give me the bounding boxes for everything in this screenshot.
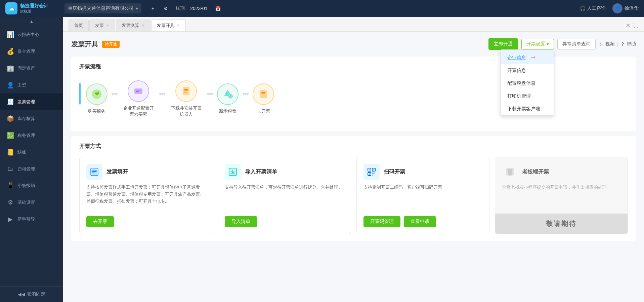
svg-rect-35 — [508, 169, 512, 175]
tab-fapiao-kaiju-close[interactable]: × — [176, 23, 180, 29]
headset-icon: 🎧 — [580, 6, 586, 11]
xiaochang-icon: 📱 — [7, 182, 14, 189]
sidebar-cancel-fix[interactable]: ◀◀ 取消固定 — [0, 287, 63, 302]
logo-sub: 旗舰版 — [20, 9, 48, 14]
exception-button[interactable]: 异常清单查询 — [557, 39, 596, 49]
fill-icon — [86, 164, 102, 180]
dropdown-item-dayinji[interactable]: 打印机管理 — [501, 90, 554, 103]
svg-rect-24 — [230, 174, 235, 174]
flow-step-open: 去开票 — [253, 83, 274, 114]
sidebar-item-yunbao[interactable]: 📊 云报表中心 — [0, 26, 63, 43]
sidebar-item-zijin[interactable]: 💰 资金管理 — [0, 43, 63, 60]
user-info[interactable]: 👤 徐泽华 — [612, 3, 639, 13]
method-card-boss: 老板端开票 查看老板端小程序提交的开票申请，并作出相应的处理 敬请期待 — [495, 157, 628, 234]
flow-step-open-label: 去开票 — [257, 108, 270, 114]
fill-title: 发票填开 — [106, 168, 128, 176]
flow-step-download-label: 下载并安装开票机器人 — [169, 105, 203, 117]
flow-connector-3 — [203, 93, 217, 95]
shuiwu-icon: 💹 — [7, 132, 14, 139]
settings-chevron-icon: ▾ — [547, 41, 549, 47]
tab-fapiao[interactable]: 发票 × — [89, 20, 115, 31]
flow-step-buy-icon: ❤+ — [86, 83, 108, 105]
sidebar-item-xiaochang[interactable]: 📱 小畅报销 — [0, 177, 63, 194]
sidebar-item-gudingzichan[interactable]: 🏢 固定资产 — [0, 60, 63, 77]
svg-rect-16 — [261, 93, 265, 94]
sidebar-scroll-up[interactable]: ▲ — [0, 17, 63, 26]
jichushezhi-icon: ⚙ — [7, 199, 14, 206]
dropdown-item-xiazai[interactable]: 下载开票客户端 — [501, 103, 554, 115]
scan-title: 扫码开票 — [384, 168, 405, 176]
boss-overlay: 敬请期待 — [495, 214, 628, 234]
sidebar-item-shuiwu[interactable]: 💹 税务管理 — [0, 127, 63, 144]
sidebar-item-kucun-label: 库存核算 — [17, 116, 35, 122]
sidebar-item-gongzi-label: 工资 — [17, 82, 26, 88]
method-card-boss-header: 老板端开票 — [502, 164, 621, 180]
settings-button[interactable]: 开票设置 ▾ — [521, 39, 554, 49]
settings-dropdown-wrapper: 开票设置 ▾ 企业信息 → 开票信息 — [521, 39, 554, 49]
flow-step-tax-label: 新增税盘 — [219, 108, 237, 114]
svg-rect-8 — [184, 90, 188, 91]
boss-desc: 查看老板端小程序提交的开票申请，并作出相应的处理 — [502, 184, 621, 211]
tab-fapiao-cesuan-close[interactable]: × — [141, 23, 145, 29]
fapiao-icon: 🧾 — [7, 98, 14, 106]
sidebar-item-fapiao[interactable]: 🧾 发票管理 — [0, 93, 63, 110]
support-button[interactable]: 🎧 人工咨询 — [580, 5, 606, 11]
kucun-icon: 📦 — [7, 115, 14, 122]
flow-connector-4 — [239, 93, 253, 95]
tab-home[interactable]: 首页 — [69, 20, 89, 31]
tab-fapiao-cesuan[interactable]: 发票测算 × — [116, 20, 151, 31]
dropdown-item-kaipiao[interactable]: 开票信息 — [501, 64, 554, 77]
activate-button[interactable]: 立即开通 — [488, 38, 518, 50]
method-card-fill: 发票填开 支持按照发票样式手工填开发票；可开具增值税电子普通发票、增值税普通发票… — [79, 157, 212, 234]
red-arrow-icon: → — [530, 53, 536, 61]
tab-fapiao-close[interactable]: × — [106, 23, 110, 29]
xinshou-icon: ▶ — [7, 216, 14, 223]
sidebar-item-jichushezhi[interactable]: ⚙ 基础设置 — [0, 194, 63, 211]
sidebar-item-kucun[interactable]: 📦 库存核算 — [0, 110, 63, 127]
logo-icon: ☁ — [5, 2, 17, 14]
flow-step-config-label: 企业开通配置开票六要素 — [122, 105, 155, 117]
fullscreen-button[interactable]: ⛶ — [633, 23, 639, 29]
window-close-button[interactable]: ✕ — [626, 22, 631, 29]
dropdown-qiye-label: 企业信息 — [507, 55, 526, 60]
settings-button[interactable]: ⚙ — [162, 4, 170, 12]
dropdown-item-qiye[interactable]: 企业信息 → — [501, 50, 554, 64]
method-card-scan: 扫码开票 支持定制开票二维码，客户端可扫码开票 开票码管理 查看申请 — [356, 157, 489, 234]
sidebar-item-gudingzichan-label: 固定资产 — [17, 65, 35, 71]
page-title: 发票开具 — [71, 40, 98, 49]
flow-start-bar — [79, 83, 81, 105]
sidebar-item-shuiwu-label: 税务管理 — [17, 133, 35, 139]
content-area: 首页 发票 × 发票测算 × 发票开具 × ✕ ⛶ — [63, 17, 644, 302]
tab-bar: 首页 发票 × 发票测算 × 发票开具 × ✕ ⛶ — [63, 17, 644, 32]
username: 徐泽华 — [625, 5, 639, 11]
tab-fapiao-kaiju[interactable]: 发票开具 × — [151, 20, 186, 31]
cancel-fix-label: 取消固定 — [27, 291, 45, 297]
svg-rect-20 — [92, 171, 97, 172]
company-selector[interactable]: 重庆畅捷交通信息咨询有限公司 ▾ — [65, 3, 141, 13]
svg-rect-32 — [374, 173, 375, 174]
add-button[interactable]: + — [149, 4, 156, 12]
video-label[interactable]: 视频 — [605, 41, 615, 47]
dropdown-item-peizhi[interactable]: 配置税盘信息 — [501, 77, 554, 90]
import-list-button[interactable]: 导入清单 — [225, 216, 257, 227]
view-apply-button[interactable]: 查看申请 — [404, 216, 436, 227]
qr-manage-button[interactable]: 开票码管理 — [363, 216, 400, 227]
sidebar-item-guidang[interactable]: 🗂 归档管理 — [0, 161, 63, 177]
page-actions: 立即开通 开票设置 ▾ 企业信息 → — [488, 38, 636, 50]
flow-step-config: 企业开通配置开票六要素 — [122, 80, 155, 117]
sidebar-item-gongzi[interactable]: 👤 工资 — [0, 77, 63, 93]
calendar-button[interactable]: 📅 — [213, 4, 223, 12]
main-area: ▲ 📊 云报表中心 💰 资金管理 🏢 固定资产 👤 工资 🧾 发票管理 — [0, 17, 644, 302]
dropdown-xiazai-label: 下载开票客户端 — [507, 106, 540, 111]
sidebar-item-xinshou[interactable]: ▶ 新手引导 — [0, 211, 63, 228]
sidebar-item-jiezhang[interactable]: 📒 结账 — [0, 144, 63, 161]
method-card-fill-header: 发票填开 — [86, 164, 205, 180]
boss-icon — [502, 164, 518, 180]
svg-rect-19 — [92, 170, 97, 171]
import-desc: 支持导入待开票清单，可对待开票清单进行拆分、合并处理。 — [225, 184, 344, 211]
svg-rect-28 — [373, 169, 375, 171]
help-label[interactable]: 帮助 — [627, 41, 636, 47]
sidebar-item-xinshou-label: 新手引导 — [17, 216, 35, 222]
settings-label: 开票设置 — [526, 41, 545, 47]
go-open-button[interactable]: 去开票 — [86, 216, 114, 227]
